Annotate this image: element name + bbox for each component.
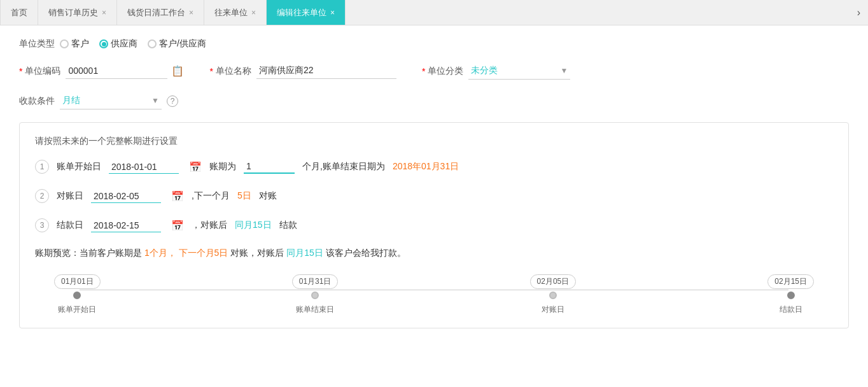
unit-code-label: 单位编码 (25, 66, 60, 77)
step-3-date[interactable] (91, 219, 161, 232)
unit-name-label: 单位名称 (216, 66, 251, 77)
tab-sales-close[interactable]: × (102, 8, 106, 17)
unit-fields-row: * 单位编码 📋 * 单位名称 * 单位分类 未分类 ▼ (19, 62, 849, 80)
timeline-label-0: 账单开始日 (58, 304, 96, 315)
unit-code-input[interactable] (66, 63, 167, 79)
step-2-num: 2 (35, 189, 49, 203)
step-1-period-input[interactable] (244, 160, 295, 174)
step-3-suffix-highlight: 同月15日 (235, 220, 272, 231)
step-2-date[interactable] (91, 190, 161, 203)
card-section: 请按照未来的一个完整帐期进行设置 1 账单开始日 📅 账期为 个月,账单结束日期… (19, 122, 849, 328)
payment-terms-chevron: ▼ (151, 96, 159, 105)
unit-code-group: * 单位编码 📋 (19, 63, 184, 79)
payment-terms-help[interactable]: ? (167, 95, 178, 107)
step-1-period-label: 账期为 (209, 161, 236, 172)
radio-customer-circle (60, 39, 69, 48)
preview-5: 该客户会给我打款。 (326, 248, 406, 258)
timeline-label-2: 对账日 (542, 304, 564, 315)
unit-type-label: 单位类型 (19, 38, 55, 50)
step-1-calendar-icon[interactable]: 📅 (189, 161, 202, 173)
card-title: 请按照未来的一个完整帐期进行设置 (35, 136, 833, 147)
tab-bar: 首页 销售订单历史 × 钱货日清工作台 × 往来单位 × 编辑往来单位 × › (0, 0, 868, 25)
payment-terms-label: 收款条件 (19, 95, 55, 107)
step-1-date[interactable] (109, 160, 179, 174)
timeline-badge-1: 01月31日 (292, 274, 339, 289)
timeline-point-1: 01月31日 账单结束日 (292, 274, 339, 315)
unit-category-select[interactable]: 未分类 ▼ (468, 62, 570, 80)
tab-cash-label: 钱货日清工作台 (127, 7, 185, 18)
tab-more-button[interactable]: › (850, 0, 868, 25)
tab-home[interactable]: 首页 (0, 0, 38, 25)
tab-partner[interactable]: 往来单位 × (204, 0, 267, 25)
preview-label: 账期预览：当前客户账期是 (35, 248, 142, 258)
step-1-num: 1 (35, 160, 49, 174)
unit-code-icon[interactable]: 📋 (171, 65, 184, 77)
radio-supplier-label: 供应商 (111, 38, 137, 50)
step-2-suffix-pre: ,下一个月 (192, 190, 230, 202)
preview-4: 同月15日 (286, 248, 323, 258)
unit-name-group: * 单位名称 (209, 63, 396, 79)
unit-type-row: 单位类型 客户 供应商 客户/供应商 (19, 38, 849, 50)
timeline-label-1: 账单结束日 (296, 304, 334, 315)
step-3-row: 3 结款日 📅 ，对账后 同月15日 结款 (35, 218, 833, 232)
unit-category-chevron: ▼ (560, 66, 568, 75)
step-1-period-unit: 个月,账单结束日期为 (302, 161, 385, 172)
timeline-dot-3 (787, 292, 795, 299)
unit-category-required: * (422, 66, 425, 76)
tab-edit-partner[interactable]: 编辑往来单位 × (267, 0, 346, 25)
step-1-label: 账单开始日 (57, 161, 101, 172)
timeline-dot-0 (73, 292, 81, 299)
unit-category-label: 单位分类 (428, 66, 463, 77)
step-2-row: 2 对账日 📅 ,下一个月 5日 对账 (35, 189, 833, 203)
timeline-label-3: 结款日 (780, 304, 802, 315)
step-3-suffix-pre: ，对账后 (192, 220, 227, 231)
tab-sales-history[interactable]: 销售订单历史 × (38, 0, 117, 25)
step-3-label: 结款日 (57, 220, 83, 231)
tab-edit-partner-close[interactable]: × (330, 8, 335, 17)
radio-customer[interactable]: 客户 (60, 38, 89, 50)
timeline-point-3: 02月15日 结款日 (767, 274, 814, 315)
timeline-section: 01月01日 账单开始日 01月31日 账单结束日 02月05日 对账日 02月… (35, 274, 833, 315)
tab-cash-close[interactable]: × (189, 8, 193, 17)
tab-cash-work[interactable]: 钱货日清工作台 × (117, 0, 204, 25)
step-1-row: 1 账单开始日 📅 账期为 个月,账单结束日期为 2018年01月31日 (35, 160, 833, 174)
step-2-suffix-highlight: 5日 (237, 190, 251, 202)
payment-terms-value: 月结 (62, 95, 149, 106)
unit-category-value: 未分类 (471, 65, 557, 76)
preview-1: 1个月， (144, 248, 176, 258)
step-2-label: 对账日 (57, 190, 83, 202)
radio-both-label: 客户/供应商 (159, 38, 206, 50)
payment-terms-row: 收款条件 月结 ▼ ? (19, 92, 849, 109)
tab-home-label: 首页 (11, 7, 27, 18)
unit-name-required: * (209, 66, 213, 76)
timeline-dot-2 (549, 292, 557, 299)
payment-terms-select[interactable]: 月结 ▼ (60, 92, 162, 109)
radio-both[interactable]: 客户/供应商 (148, 38, 206, 50)
preview-2: 下一个月5日 (179, 248, 228, 258)
main-content: 单位类型 客户 供应商 客户/供应商 * 单位编码 📋 * 单位名称 (0, 25, 868, 387)
step-3-suffix-post: 结款 (279, 220, 297, 231)
timeline-badge-3: 02月15日 (767, 274, 814, 289)
step-2-calendar-icon[interactable]: 📅 (171, 190, 184, 202)
timeline-points: 01月01日 账单开始日 01月31日 账单结束日 02月05日 对账日 02月… (54, 274, 814, 315)
preview-text: 账期预览：当前客户账期是 1个月， 下一个月5日 对账，对账后 同月15日 该客… (35, 248, 833, 259)
tab-partner-close[interactable]: × (251, 8, 256, 17)
timeline-point-2: 02月05日 对账日 (530, 274, 577, 315)
unit-name-input[interactable] (256, 63, 396, 79)
radio-supplier-circle (99, 39, 108, 48)
tab-partner-label: 往来单位 (214, 7, 248, 18)
step-2-suffix-post: 对账 (259, 190, 277, 202)
timeline-point-0: 01月01日 账单开始日 (54, 274, 101, 315)
step-1-period-end: 2018年01月31日 (393, 161, 459, 172)
step-3-calendar-icon[interactable]: 📅 (171, 220, 184, 232)
step-3-num: 3 (35, 218, 49, 232)
unit-code-required: * (19, 66, 22, 76)
radio-supplier[interactable]: 供应商 (99, 38, 137, 50)
radio-customer-label: 客户 (71, 38, 89, 50)
timeline-dot-1 (311, 292, 319, 299)
radio-both-circle (148, 39, 157, 48)
preview-3: 对账，对账后 (230, 248, 284, 258)
tab-sales-label: 销售订单历史 (48, 7, 98, 18)
unit-category-group: * 单位分类 未分类 ▼ (422, 62, 570, 80)
timeline-badge-2: 02月05日 (530, 274, 577, 289)
